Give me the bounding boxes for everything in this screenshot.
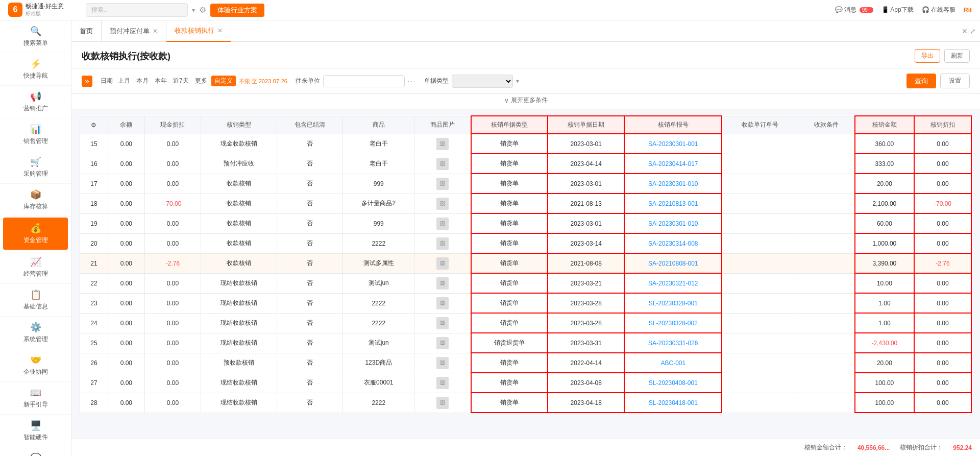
dropdown-icon[interactable]: ▾: [192, 7, 195, 14]
tab-writeoff[interactable]: 收款核销执行 ✕: [166, 20, 231, 42]
system-icon: ⚙️: [30, 322, 41, 333]
cell-cash-discount: 0.00: [144, 373, 201, 393]
cell-writeoff-bill-no[interactable]: SA-20210808-001: [624, 253, 722, 273]
cell-writeoff-bill-no[interactable]: SL-20230418-001: [624, 393, 722, 413]
cell-receipt-order-no: [722, 213, 798, 233]
sidebar-item-system[interactable]: ⚙️ 系统管理: [0, 317, 71, 349]
settings-button[interactable]: 设置: [940, 74, 970, 88]
sidebar-item-operations[interactable]: 📈 经营管理: [0, 251, 71, 284]
table-footer: 核销金额合计： 40,556,66... 核销折扣合计： 952.24: [71, 439, 980, 456]
sidebar-item-sales[interactable]: 📊 销售管理: [0, 118, 71, 151]
from-unit-input[interactable]: [323, 75, 405, 87]
tab-prepay[interactable]: 预付冲应付单 ✕: [102, 20, 166, 42]
refresh-button[interactable]: 刷新: [944, 49, 970, 63]
cell-id: 15: [80, 134, 108, 154]
cell-cash-discount: 0.00: [144, 273, 201, 293]
query-button[interactable]: 查询: [906, 74, 936, 88]
sidebar-item-marketing[interactable]: 📢 营销推广: [0, 86, 71, 118]
cell-receipt-condition: [798, 174, 855, 194]
cell-writeoff-amount: 333.00: [855, 154, 914, 174]
tab-close-all[interactable]: ✕: [962, 27, 968, 35]
sidebar-item-basic-info[interactable]: 📋 基础信息: [0, 284, 71, 317]
cell-writeoff-bill-no[interactable]: SA-20230301-010: [624, 213, 722, 233]
bill-type-dropdown-icon[interactable]: ▾: [516, 78, 519, 85]
sidebar-label-finance: 资金管理: [23, 236, 48, 245]
marketing-icon: 📢: [30, 91, 41, 102]
quick-nav-icon: ⚡: [30, 58, 41, 69]
cell-writeoff-bill-no[interactable]: ABC-001: [624, 353, 722, 373]
tab-prepay-close[interactable]: ✕: [153, 28, 158, 35]
cell-balance: 0.00: [108, 293, 144, 313]
cell-writeoff-bill-type: 销货单: [471, 253, 548, 273]
top-search-input[interactable]: 搜索...: [86, 3, 188, 17]
industry-solution-button[interactable]: 体验行业方案: [210, 4, 264, 17]
cell-writeoff-bill-no[interactable]: SA-20230331-026: [624, 333, 722, 353]
sidebar-item-search[interactable]: 🔍 搜索菜单: [0, 20, 71, 53]
cell-writeoff-bill-no[interactable]: SL-20230328-001: [624, 293, 722, 313]
cell-include-settled: 否: [277, 174, 342, 194]
cell-include-settled: 否: [277, 273, 342, 293]
cell-receipt-order-no: [722, 273, 798, 293]
cell-writeoff-bill-no[interactable]: SA-20230321-012: [624, 273, 722, 293]
date-this-year[interactable]: 本年: [153, 76, 169, 86]
cell-product: 测试jun: [343, 273, 414, 293]
message-area[interactable]: 💬 消息 99+: [835, 6, 873, 14]
sidebar-item-enterprise-collab[interactable]: 🤝 企业协同: [0, 349, 71, 382]
sidebar-label-basic-info: 基础信息: [23, 302, 48, 311]
cell-writeoff-bill-no[interactable]: SL-20230328-002: [624, 313, 722, 333]
export-button[interactable]: 导出: [915, 49, 940, 63]
date-this-month[interactable]: 本月: [134, 76, 151, 86]
expand-chevron-icon: ∨: [504, 97, 509, 104]
cell-receipt-condition: [798, 154, 855, 174]
cell-cash-discount: 0.00: [144, 333, 201, 353]
date-last-7days[interactable]: 近7天: [171, 76, 191, 86]
cell-product-img: 🖼: [414, 353, 471, 373]
app-download[interactable]: 📱 App下载: [881, 6, 914, 14]
sidebar-item-purchase[interactable]: 🛒 采购管理: [0, 151, 71, 184]
cell-include-settled: 否: [277, 353, 342, 373]
date-last-month[interactable]: 上月: [116, 76, 132, 86]
purchase-icon: 🛒: [30, 156, 41, 167]
cell-writeoff-bill-no[interactable]: SA-20230414-017: [624, 154, 722, 174]
date-custom[interactable]: 自定义: [211, 76, 236, 86]
sidebar-item-finance[interactable]: 💰 资金管理: [3, 218, 68, 250]
date-quick-links: 上月 本月 本年 近7天 更多 自定义: [116, 76, 236, 86]
sidebar-item-guide[interactable]: 📖 新手引导: [0, 382, 71, 415]
cell-writeoff-bill-no[interactable]: SA-20230301-010: [624, 174, 722, 194]
sidebar-item-quick-nav[interactable]: ⚡ 快捷导航: [0, 53, 71, 86]
th-gear[interactable]: ⚙: [80, 116, 108, 134]
cell-receipt-condition: [798, 253, 855, 273]
cell-product: 2222: [343, 233, 414, 253]
filter-expand-icon[interactable]: »: [82, 76, 92, 87]
cell-writeoff-bill-no[interactable]: SA-20230301-001: [624, 134, 722, 154]
table-body: 15 0.00 0.00 现金收款核销 否 老白干 🖼 销货单 2023-03-…: [80, 134, 972, 413]
top-bar: 6 畅捷通·好生意 标准版 搜索... ▾ ⚙ 体验行业方案 💬 消息 99+ …: [0, 0, 980, 20]
cell-id: 27: [80, 373, 108, 393]
tab-maximize[interactable]: ⤢: [970, 27, 976, 35]
page-content: 收款核销执行(按收款) 导出 刷新 » 日期 上月 本月 本年 近7天: [71, 42, 980, 456]
cell-writeoff-bill-no[interactable]: SL-20230408-001: [624, 373, 722, 393]
bill-type-select[interactable]: [452, 75, 513, 88]
expand-more-button[interactable]: ∨ 展开更多条件: [504, 96, 548, 105]
user-name[interactable]: Rit: [964, 7, 972, 14]
settings-gear-icon[interactable]: ⚙: [199, 5, 206, 15]
tab-writeoff-close[interactable]: ✕: [217, 27, 223, 34]
date-more[interactable]: 更多: [193, 76, 209, 86]
th-writeoff-bill-type: 核销单据类型: [471, 116, 548, 134]
cell-writeoff-bill-no[interactable]: SA-20230314-008: [624, 233, 722, 253]
cell-product: 测试多属性: [343, 253, 414, 273]
th-writeoff-discount: 核销折扣: [914, 116, 971, 134]
cell-id: 26: [80, 353, 108, 373]
sidebar-item-inventory[interactable]: 📦 库存核算: [0, 184, 71, 217]
sidebar-item-wechat[interactable]: 💬 企业微信: [0, 447, 71, 456]
sidebar-item-hardware[interactable]: 🖥️ 智能硬件: [0, 415, 71, 447]
tab-home[interactable]: 首页: [71, 20, 102, 42]
cell-product-img: 🖼: [414, 174, 471, 194]
cell-id: 23: [80, 293, 108, 313]
online-service[interactable]: 🎧 在线客服: [922, 6, 955, 14]
cell-writeoff-type: 现金收款核销: [201, 134, 277, 154]
cell-writeoff-amount: 2,100.00: [855, 194, 914, 213]
cell-id: 18: [80, 194, 108, 213]
cell-writeoff-bill-no[interactable]: SA-20210813-001: [624, 194, 722, 213]
cell-receipt-condition: [798, 233, 855, 253]
